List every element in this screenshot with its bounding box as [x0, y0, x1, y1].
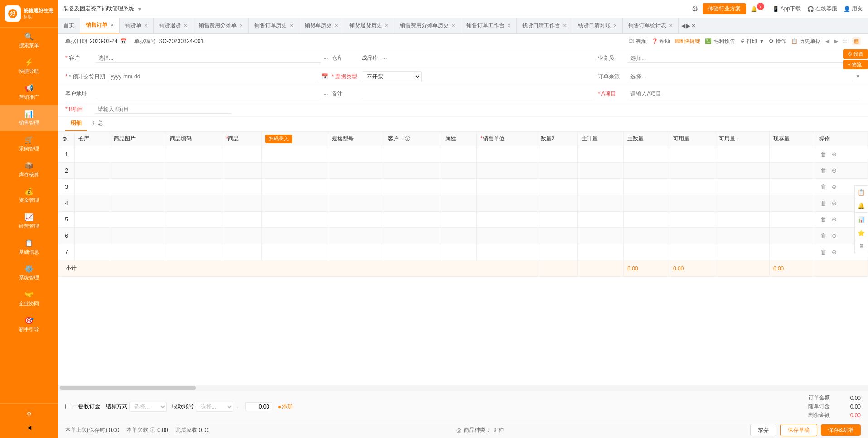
- cell-main-qty-2[interactable]: [624, 163, 669, 179]
- payment-account-select[interactable]: 选择...: [196, 402, 233, 412]
- cell-image-5[interactable]: [110, 212, 166, 228]
- cell-product-2[interactable]: [222, 163, 262, 179]
- tab-invoice-history[interactable]: 销货单历史 ✕: [299, 18, 344, 34]
- cell-qty2-4[interactable]: [537, 195, 578, 212]
- sidebar-item-inventory[interactable]: 📦 库存核算: [0, 157, 58, 183]
- cell-qty2-1[interactable]: [537, 146, 578, 163]
- cell-scan-1[interactable]: [262, 146, 328, 163]
- cell-qty2-3[interactable]: [537, 179, 578, 195]
- online-service-btn[interactable]: 🎧 在线客服: [807, 5, 837, 13]
- cell-main-unit-5[interactable]: [578, 212, 624, 228]
- cell-warehouse-1[interactable]: [75, 146, 110, 163]
- cell-avail2-4[interactable]: [715, 195, 769, 212]
- tab-sales-order[interactable]: 销售订单 ✕: [80, 18, 120, 34]
- print-btn[interactable]: 🖨 打印 ▼: [740, 38, 765, 45]
- cell-unit-3[interactable]: [476, 179, 537, 195]
- staff-input[interactable]: [628, 54, 853, 63]
- cell-attr-1[interactable]: [441, 146, 476, 163]
- cell-cust-code-5[interactable]: [384, 212, 441, 228]
- profit-btn[interactable]: 💹 毛利预告: [705, 38, 735, 45]
- cell-image-1[interactable]: [110, 146, 166, 163]
- cell-unit-2[interactable]: [476, 163, 537, 179]
- cell-scan-5[interactable]: [262, 212, 328, 228]
- cell-qty2-2[interactable]: [537, 163, 578, 179]
- cell-qty2-7[interactable]: [537, 244, 578, 260]
- cell-avail-1[interactable]: [669, 146, 715, 163]
- cell-warehouse-6[interactable]: [75, 228, 110, 244]
- cell-unit-5[interactable]: [476, 212, 537, 228]
- cell-main-unit-7[interactable]: [578, 244, 624, 260]
- sidebar-item-operations[interactable]: 📈 经营管理: [0, 208, 58, 234]
- sidebar-item-guide[interactable]: 🎯 新手引导: [0, 312, 58, 337]
- calendar-icon[interactable]: 📅: [120, 38, 127, 44]
- cell-spec-5[interactable]: [328, 212, 384, 228]
- cell-cust-code-6[interactable]: [384, 228, 441, 244]
- one-click-checkout-checkbox[interactable]: 一键收订金: [65, 403, 100, 410]
- tab-cash-reconcile[interactable]: 钱货日清对账 ✕: [572, 18, 623, 34]
- cell-avail-6[interactable]: [669, 228, 715, 244]
- cell-main-unit-4[interactable]: [578, 195, 624, 212]
- cell-main-qty-4[interactable]: [624, 195, 669, 212]
- cell-attr-5[interactable]: [441, 212, 476, 228]
- invoice-select[interactable]: 不开票 增值税普通发票 增值税专用发票: [362, 71, 422, 82]
- payment-account-more[interactable]: ···: [235, 404, 240, 410]
- cell-stock-7[interactable]: [769, 244, 815, 260]
- cell-warehouse-4[interactable]: [75, 195, 110, 212]
- cell-avail2-3[interactable]: [715, 179, 769, 195]
- cell-image-3[interactable]: [110, 179, 166, 195]
- b-project-input[interactable]: [95, 105, 231, 114]
- cell-warehouse-5[interactable]: [75, 212, 110, 228]
- cell-code-1[interactable]: [166, 146, 222, 163]
- tab-cash-daily[interactable]: 钱货日清工作台 ✕: [517, 18, 572, 34]
- cell-avail2-6[interactable]: [715, 228, 769, 244]
- copy-row-6-icon[interactable]: ⊕: [830, 231, 839, 241]
- customer-input[interactable]: [95, 54, 321, 63]
- tab-next-icon[interactable]: ▶: [686, 23, 690, 29]
- cell-stock-1[interactable]: [769, 146, 815, 163]
- right-panel-btn-3[interactable]: 📊: [854, 212, 868, 226]
- cell-main-unit-6[interactable]: [578, 228, 624, 244]
- cell-main-qty-6[interactable]: [624, 228, 669, 244]
- help-btn[interactable]: ❓ 帮助: [651, 38, 670, 45]
- cell-main-qty-7[interactable]: [624, 244, 669, 260]
- tab-menu-icon[interactable]: ✕: [691, 23, 696, 29]
- cell-avail-2[interactable]: [669, 163, 715, 179]
- copy-row-7-icon[interactable]: ⊕: [830, 248, 839, 257]
- a-project-input[interactable]: [628, 90, 861, 98]
- address-input[interactable]: [95, 90, 321, 98]
- customer-more-icon[interactable]: ···: [324, 55, 328, 62]
- delete-row-1-icon[interactable]: 🗑: [819, 150, 828, 159]
- cell-stock-4[interactable]: [769, 195, 815, 212]
- discard-btn[interactable]: 放弃: [750, 424, 776, 436]
- grid-view-icon[interactable]: ▦: [852, 37, 861, 45]
- delete-row-5-icon[interactable]: 🗑: [819, 215, 828, 224]
- ops-btn[interactable]: ⚙ 操作: [769, 38, 786, 45]
- sidebar-item-quicknav[interactable]: ⚡ 快捷导航: [0, 53, 58, 79]
- cell-spec-7[interactable]: [328, 244, 384, 260]
- sidebar-item-system[interactable]: ⚙️ 系统管理: [0, 260, 58, 286]
- cell-attr-3[interactable]: [441, 179, 476, 195]
- sidebar-collapse-btn[interactable]: ◀: [24, 421, 35, 434]
- scroll-area[interactable]: [58, 385, 868, 391]
- detail-tab-detail[interactable]: 明细: [65, 117, 87, 131]
- tab-close-sales-expense[interactable]: ✕: [239, 23, 243, 28]
- copy-row-2-icon[interactable]: ⊕: [830, 166, 839, 175]
- copy-row-1-icon[interactable]: ⊕: [830, 150, 839, 159]
- tab-order-workbench[interactable]: 销售订单工作台 ✕: [461, 18, 517, 34]
- tab-expense-history[interactable]: 销售费用分摊单历史 ✕: [394, 18, 461, 34]
- cell-product-5[interactable]: [222, 212, 262, 228]
- tab-close-expense-history[interactable]: ✕: [451, 23, 455, 28]
- delete-row-2-icon[interactable]: 🗑: [819, 166, 828, 175]
- tab-close-sales-return[interactable]: ✕: [184, 23, 187, 28]
- cell-image-6[interactable]: [110, 228, 166, 244]
- product-info-icon[interactable]: ◎: [456, 427, 461, 433]
- app-download-btn[interactable]: 📱 App下载: [772, 5, 801, 13]
- tab-sales-expense[interactable]: 销售费用分摊单 ✕: [193, 18, 249, 34]
- cell-cust-code-4[interactable]: [384, 195, 441, 212]
- cell-spec-1[interactable]: [328, 146, 384, 163]
- remark-input[interactable]: [362, 90, 595, 98]
- cell-attr-6[interactable]: [441, 228, 476, 244]
- tab-close-order-history[interactable]: ✕: [290, 23, 293, 28]
- cell-product-4[interactable]: [222, 195, 262, 212]
- add-item-btn[interactable]: + 物流: [843, 60, 868, 69]
